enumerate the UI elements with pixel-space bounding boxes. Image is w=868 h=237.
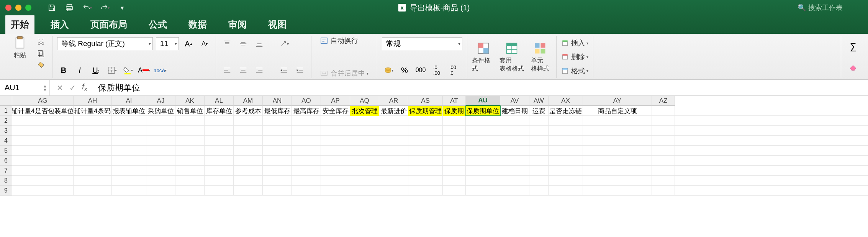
cell-AN2[interactable] <box>263 116 292 126</box>
cell-AR4[interactable] <box>379 136 408 146</box>
cell-AK1[interactable]: 销售单位 <box>175 106 205 116</box>
cell-AL9[interactable] <box>205 186 234 196</box>
format-as-table-button[interactable]: 套用 表格格式 <box>500 41 523 73</box>
cell-AQ1[interactable]: 批次管理 <box>350 106 379 116</box>
cell-AL4[interactable] <box>205 136 234 146</box>
cell-AS6[interactable] <box>408 156 443 166</box>
cell-AI8[interactable] <box>112 176 146 186</box>
phonetic-button[interactable]: abcA▾ <box>154 64 167 76</box>
name-box-stepper[interactable]: ▲▼ <box>43 84 47 92</box>
search-box[interactable]: 🔍 <box>798 3 862 12</box>
cell-AH5[interactable] <box>74 146 112 156</box>
cell-AY2[interactable] <box>583 116 652 126</box>
wrap-text-button[interactable]: 自动换行 <box>316 36 372 45</box>
cell-AV3[interactable] <box>500 126 529 136</box>
cell-AI3[interactable] <box>112 126 146 136</box>
autosum-button[interactable]: ∑ <box>847 41 860 52</box>
cell-AT3[interactable] <box>443 126 466 136</box>
cell-AL1[interactable]: 库存单位 <box>205 106 234 116</box>
cell-AV6[interactable] <box>500 156 529 166</box>
minimize-window-button[interactable] <box>15 5 21 11</box>
cell-AY6[interactable] <box>583 156 652 166</box>
cell-AM8[interactable] <box>234 176 263 186</box>
font-color-button[interactable]: A▾ <box>138 64 151 76</box>
cell-AN7[interactable] <box>263 166 292 176</box>
cell-AM6[interactable] <box>234 156 263 166</box>
cell-AX2[interactable] <box>549 116 583 126</box>
column-header-AY[interactable]: AY <box>583 96 652 106</box>
cell-AT4[interactable] <box>443 136 466 146</box>
cell-AM9[interactable] <box>234 186 263 196</box>
column-header-AV[interactable]: AV <box>500 96 529 106</box>
cell-AU3[interactable] <box>466 126 500 136</box>
column-header-AM[interactable]: AM <box>234 96 263 106</box>
cell-AV5[interactable] <box>500 146 529 156</box>
cell-AP3[interactable] <box>321 126 350 136</box>
cell-AM5[interactable] <box>234 146 263 156</box>
cell-AP9[interactable] <box>321 186 350 196</box>
cell-AS7[interactable] <box>408 166 443 176</box>
cell-AH3[interactable] <box>74 126 112 136</box>
cell-AI2[interactable] <box>112 116 146 126</box>
cell-AZ8[interactable] <box>652 176 675 186</box>
cell-AL2[interactable] <box>205 116 234 126</box>
cell-AQ8[interactable] <box>350 176 379 186</box>
cell-AY3[interactable] <box>583 126 652 136</box>
align-middle-button[interactable] <box>237 38 250 49</box>
cell-AZ5[interactable] <box>652 146 675 156</box>
cell-AV8[interactable] <box>500 176 529 186</box>
cell-AN5[interactable] <box>263 146 292 156</box>
select-all-corner[interactable] <box>0 96 12 106</box>
column-header-AW[interactable]: AW <box>529 96 549 106</box>
cell-AJ2[interactable] <box>146 116 175 126</box>
cell-AN8[interactable] <box>263 176 292 186</box>
cell-AX5[interactable] <box>549 146 583 156</box>
increase-font-button[interactable]: A▴ <box>182 38 195 49</box>
column-header-AL[interactable]: AL <box>205 96 234 106</box>
cell-AK3[interactable] <box>175 126 205 136</box>
cell-AM7[interactable] <box>234 166 263 176</box>
cell-AY7[interactable] <box>583 166 652 176</box>
tab-视图[interactable]: 视图 <box>263 15 292 34</box>
cell-AT2[interactable] <box>443 116 466 126</box>
cell-AY4[interactable] <box>583 136 652 146</box>
cell-AX9[interactable] <box>549 186 583 196</box>
row-header-4[interactable]: 4 <box>0 136 12 146</box>
column-header-AT[interactable]: AT <box>443 96 466 106</box>
cell-AO7[interactable] <box>292 166 321 176</box>
clear-button[interactable] <box>847 62 860 73</box>
cell-styles-button[interactable]: 单元 格样式 <box>529 41 552 73</box>
cell-AI6[interactable] <box>112 156 146 166</box>
row-header-3[interactable]: 3 <box>0 126 12 136</box>
spreadsheet-grid[interactable]: 123456789 AGAHAIAJAKALAMANAOAPAQARASATAU… <box>0 96 868 196</box>
fx-button[interactable]: fx <box>82 82 87 93</box>
name-box[interactable]: AU1 ▲▼ <box>0 80 50 95</box>
column-header-AZ[interactable]: AZ <box>652 96 675 106</box>
cell-AS8[interactable] <box>408 176 443 186</box>
cell-AK2[interactable] <box>175 116 205 126</box>
cell-AG1[interactable]: 辅计量4是否包装单位 <box>12 106 74 116</box>
cell-AG2[interactable] <box>12 116 74 126</box>
cut-button[interactable] <box>34 36 47 48</box>
cell-AZ2[interactable] <box>652 116 675 126</box>
row-header-7[interactable]: 7 <box>0 166 12 176</box>
enter-formula-button[interactable]: ✓ <box>69 83 76 92</box>
cell-AK4[interactable] <box>175 136 205 146</box>
column-header-AK[interactable]: AK <box>175 96 205 106</box>
cell-AX3[interactable] <box>549 126 583 136</box>
cell-AI7[interactable] <box>112 166 146 176</box>
borders-button[interactable]: ▾ <box>105 64 118 76</box>
insert-cells-button[interactable]: 插入▾ <box>561 38 588 48</box>
cell-AQ3[interactable] <box>350 126 379 136</box>
cell-AG9[interactable] <box>12 186 74 196</box>
cell-AP5[interactable] <box>321 146 350 156</box>
column-header-AQ[interactable]: AQ <box>350 96 379 106</box>
cell-AG3[interactable] <box>12 126 74 136</box>
cell-AO2[interactable] <box>292 116 321 126</box>
formula-input[interactable] <box>94 83 868 93</box>
row-header-1[interactable]: 1 <box>0 106 12 116</box>
underline-button[interactable]: U▾ <box>89 64 102 76</box>
cell-AU6[interactable] <box>466 156 500 166</box>
cell-AV4[interactable] <box>500 136 529 146</box>
cell-AZ7[interactable] <box>652 166 675 176</box>
